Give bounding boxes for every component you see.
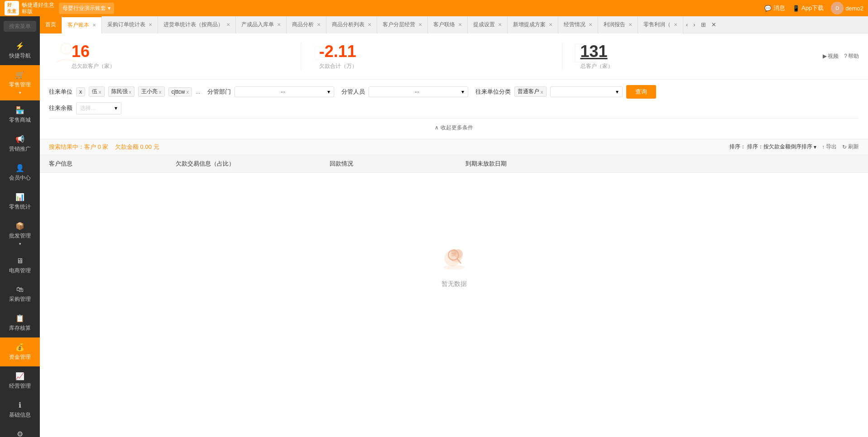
workspace-selector-area: 母婴行业演示账套 ▾: [54, 3, 764, 14]
tab-retail-profit[interactable]: 零售利润（ ✕: [638, 16, 683, 33]
category-label: 往来单位分类: [475, 88, 511, 96]
category-select[interactable]: ▾: [550, 86, 623, 97]
app-download-button[interactable]: 📱 App下载: [792, 4, 824, 12]
balance-select[interactable]: 选择... ▾: [76, 102, 121, 114]
tab-close-product-in[interactable]: ✕: [277, 22, 281, 27]
tab-home[interactable]: 首页: [40, 16, 62, 33]
sidebar-item-ecommerce[interactable]: 🖥 电商管理: [0, 252, 40, 280]
ops-icon: 📈: [15, 372, 24, 380]
stat2-label: 欠款合计（万）: [319, 62, 544, 70]
tab-customer-account[interactable]: 客户账本 ✕: [62, 16, 102, 33]
sidebar-item-membership[interactable]: 👤 会员中心: [0, 158, 40, 187]
tab-close-customer-contact[interactable]: ✕: [458, 22, 462, 27]
sidebar-item-base-info[interactable]: ℹ 基础信息: [0, 395, 40, 424]
sidebar-item-retail-stats[interactable]: 📊 零售统计: [0, 187, 40, 216]
tab-customer-contact[interactable]: 客户联络 ✕: [428, 16, 468, 33]
tab-close-customer-account[interactable]: ✕: [92, 23, 96, 28]
tab-close-remind-settings[interactable]: ✕: [498, 22, 502, 27]
tab-close-business-status[interactable]: ✕: [589, 22, 592, 27]
tab-close-purchase-stat[interactable]: ✕: [226, 22, 230, 27]
sidebar-item-wholesale[interactable]: 📦 批发管理 ▾: [0, 216, 40, 252]
tab-new-achievement[interactable]: 新增提成方案 ✕: [508, 16, 558, 33]
sidebar-item-quick-nav[interactable]: ⚡ 快捷导航: [0, 36, 40, 65]
remove-category[interactable]: x: [541, 89, 543, 95]
sidebar-item-marketing[interactable]: 📢 营销推广: [0, 129, 40, 158]
main-content: ¥ 16 总欠款客户（家） -2.11 欠款合计（万）: [40, 33, 868, 437]
tab-expand[interactable]: ⊞: [698, 16, 709, 33]
filter-row-2: 往来余额 选择... ▾: [49, 102, 859, 114]
logo-text: 畅捷通好生意 标版: [22, 2, 54, 15]
empty-state: 暂无数据: [436, 211, 472, 315]
person-select[interactable]: ··· ▾: [369, 86, 468, 97]
dept-chevron: ▾: [327, 89, 330, 95]
filter-tag-wang: 王小亮 x: [138, 86, 165, 97]
tab-customer-tier[interactable]: 客户分层经营 ✕: [377, 16, 428, 33]
tab-close-product-analysis-list[interactable]: ✕: [368, 22, 371, 27]
tab-business-status[interactable]: 经营情况 ✕: [558, 16, 598, 33]
sidebar-item-retail-mall[interactable]: 🏪 零售商城: [0, 100, 40, 129]
svg-rect-3: [575, 44, 584, 62]
refresh-button[interactable]: ↻ 刷新: [842, 143, 859, 151]
remove-cjttcw[interactable]: x: [187, 89, 189, 95]
balance-label: 往来余额: [49, 104, 72, 112]
help-button[interactable]: ? 帮助: [844, 52, 859, 60]
filter-more-tags[interactable]: ...: [196, 89, 200, 95]
remove-wu[interactable]: x: [99, 89, 101, 95]
tab-purchase-stat[interactable]: 进货单统计表（按商品） ✕: [158, 16, 236, 33]
stat1-label: 总欠款客户（家）: [58, 62, 283, 70]
sidebar-item-purchase[interactable]: 🛍 采购管理: [0, 280, 40, 309]
tab-product-analysis[interactable]: 商品分析 ✕: [287, 16, 326, 33]
messages-button[interactable]: 💬 消息: [764, 4, 785, 12]
person-chevron: ▾: [461, 89, 464, 95]
sidebar-item-sys-mgmt[interactable]: ⚙ 系统管理: [0, 424, 40, 437]
remove-chen[interactable]: x: [129, 89, 132, 95]
top-bar-right: 💬 消息 📱 App下载 D demo2: [764, 2, 863, 14]
dept-more-icon: ···: [281, 89, 285, 95]
remove-wang[interactable]: x: [159, 89, 162, 95]
filter-tag-wu: 伍 x: [89, 86, 105, 97]
unit-label: 往来单位: [49, 88, 72, 96]
svg-rect-4: [586, 49, 595, 62]
tab-profit-report[interactable]: 利润报告 ✕: [598, 16, 638, 33]
sort-select[interactable]: 排序： 排序：按欠款金额倒序排序 ▾: [729, 143, 816, 151]
query-button[interactable]: 查询: [626, 85, 656, 99]
stat2-value: -2.11: [319, 43, 544, 61]
inventory-icon: 📋: [15, 314, 24, 323]
top-bar: 好生意 畅捷通好生意 标版 母婴行业演示账套 ▾ 💬 消息 📱 App下载 D: [0, 0, 868, 16]
collapse-button[interactable]: ∧ 收起更多条件: [49, 122, 859, 133]
tab-scroll-right[interactable]: ›: [691, 16, 698, 33]
tab-close-purchase-order[interactable]: ✕: [149, 22, 152, 27]
tab-close-retail-profit[interactable]: ✕: [674, 22, 677, 27]
phone-icon: 📱: [792, 5, 800, 12]
play-icon: ▶: [823, 53, 827, 59]
sidebar-item-finance[interactable]: 💰 资金管理: [0, 337, 40, 366]
tab-close-new-achievement[interactable]: ✕: [549, 22, 552, 27]
tab-product-in[interactable]: 产成品入库单 ✕: [236, 16, 287, 33]
sidebar-item-inventory[interactable]: 📋 库存核算: [0, 309, 40, 337]
workspace-dropdown[interactable]: 母婴行业演示账套 ▾: [59, 3, 114, 14]
sidebar-item-retail-mgmt[interactable]: 🛒 零售管理 ▾: [0, 65, 40, 100]
expand-icon2: ▾: [19, 242, 21, 246]
sidebar-item-ops[interactable]: 📈 经营管理: [0, 366, 40, 395]
tab-close-profit-report[interactable]: ✕: [628, 22, 632, 27]
tab-close-product-analysis[interactable]: ✕: [317, 22, 321, 27]
member-icon: 👤: [15, 164, 24, 172]
sidebar: ⚡ 快捷导航 🛒 零售管理 ▾ 🏪 零售商城 📢 营销推广 👤 会员中心 �: [0, 16, 40, 437]
sidebar-search-area: [0, 16, 40, 36]
search-input[interactable]: [4, 21, 36, 32]
tab-product-analysis-list[interactable]: 商品分析列表 ✕: [326, 16, 377, 33]
dept-label: 分管部门: [207, 88, 231, 96]
dept-select[interactable]: ··· ▾: [235, 86, 334, 97]
tab-remind-settings[interactable]: 提成设置 ✕: [468, 16, 508, 33]
video-button[interactable]: ▶ 视频: [823, 52, 839, 60]
tab-purchase-order[interactable]: 采购订单统计表 ✕: [102, 16, 158, 33]
sys-icon: ⚙: [17, 430, 23, 437]
user-menu[interactable]: D demo2: [831, 2, 863, 14]
sort-chevron: ▾: [814, 144, 816, 150]
tab-close-customer-tier[interactable]: ✕: [418, 22, 422, 27]
marketing-icon: 📢: [15, 135, 24, 143]
tab-close-all[interactable]: ✕: [709, 16, 719, 33]
export-button[interactable]: ↑ 导出: [822, 143, 837, 151]
filter-tag-unit: x: [76, 87, 85, 96]
tab-scroll-left[interactable]: ‹: [683, 16, 691, 33]
